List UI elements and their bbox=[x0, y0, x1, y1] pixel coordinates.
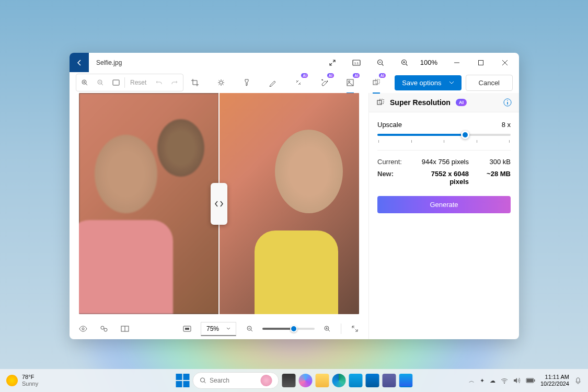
filter-tool[interactable] bbox=[239, 75, 254, 90]
current-label: Current: bbox=[377, 158, 414, 166]
fullscreen-icon[interactable] bbox=[348, 321, 362, 336]
edit-toolbar: Reset AI AI AI AI Save options Cancel bbox=[70, 72, 519, 93]
retouch-tool[interactable]: AI bbox=[291, 75, 306, 90]
copilot-icon[interactable] bbox=[298, 374, 312, 387]
split-view-icon[interactable] bbox=[118, 321, 132, 336]
info-icon[interactable] bbox=[503, 98, 512, 107]
task-view-icon[interactable] bbox=[282, 374, 295, 387]
fit-screen-icon[interactable] bbox=[180, 321, 194, 336]
current-dimensions: 944x 756 pixels bbox=[414, 158, 479, 166]
search-highlight-icon bbox=[260, 375, 272, 386]
svg-point-8 bbox=[220, 81, 223, 84]
time: 11:11 AM bbox=[540, 374, 569, 381]
edge-icon[interactable] bbox=[332, 374, 345, 387]
new-size: ~28 MB bbox=[479, 170, 511, 186]
image-before bbox=[79, 93, 219, 314]
resolution-icon bbox=[376, 98, 385, 107]
photos-icon[interactable] bbox=[399, 374, 412, 387]
start-button[interactable] bbox=[176, 374, 189, 387]
file-title: Selfie.jpg bbox=[89, 59, 122, 66]
copilot-tray-icon[interactable]: ✦ bbox=[480, 377, 485, 384]
wifi-icon[interactable] bbox=[501, 378, 508, 384]
undo-button[interactable] bbox=[152, 75, 166, 90]
zoom-out-tool[interactable] bbox=[93, 75, 108, 90]
aspect-tool[interactable] bbox=[109, 75, 123, 90]
markup-tool[interactable] bbox=[266, 75, 280, 90]
crop-tool[interactable] bbox=[188, 75, 202, 90]
zoom-in-icon[interactable] bbox=[396, 54, 413, 71]
upscale-value: 8 x bbox=[502, 121, 511, 129]
svg-point-24 bbox=[200, 378, 204, 382]
save-options-button[interactable]: Save options bbox=[395, 75, 461, 90]
ai-badge: AI bbox=[456, 99, 467, 106]
upscale-label: Upscale bbox=[377, 121, 402, 129]
background-tool[interactable]: AI bbox=[343, 75, 358, 90]
outlook-icon[interactable] bbox=[365, 374, 379, 387]
sun-icon bbox=[6, 375, 18, 386]
zoom-level-label: 100% bbox=[420, 59, 437, 66]
svg-text:1:1: 1:1 bbox=[354, 61, 359, 64]
compare-handle[interactable] bbox=[211, 183, 227, 225]
clock[interactable]: 11:11 AM 10/22/2024 bbox=[540, 374, 569, 387]
svg-point-10 bbox=[349, 81, 350, 83]
adjust-tool[interactable] bbox=[214, 75, 228, 90]
zoom-slider[interactable] bbox=[262, 328, 315, 330]
explorer-icon[interactable] bbox=[315, 374, 329, 387]
svg-rect-28 bbox=[534, 379, 535, 382]
taskbar: 78°F Sunny ︿ ✦ ☁ 11:11 AM 10/22/2024 bbox=[0, 369, 588, 392]
canvas-bottom-bar: 75% bbox=[70, 318, 368, 339]
temperature: 78°F bbox=[22, 374, 38, 381]
compare-toggle-icon[interactable] bbox=[97, 321, 111, 336]
cancel-button[interactable]: Cancel bbox=[466, 75, 513, 91]
super-resolution-tool[interactable]: AI bbox=[369, 75, 384, 90]
reset-button[interactable]: Reset bbox=[126, 79, 151, 86]
maximize-button[interactable] bbox=[469, 54, 493, 71]
taskbar-search[interactable] bbox=[192, 372, 279, 389]
notifications-icon[interactable] bbox=[574, 377, 582, 384]
titlebar: Selfie.jpg 1:1 100% bbox=[70, 53, 519, 72]
svg-rect-7 bbox=[113, 80, 119, 85]
generate-button[interactable]: Generate bbox=[377, 196, 511, 213]
date: 10/22/2024 bbox=[540, 381, 569, 387]
svg-point-14 bbox=[101, 326, 104, 329]
current-size: 300 kB bbox=[479, 158, 511, 166]
ai-badge: AI bbox=[301, 73, 308, 78]
svg-rect-4 bbox=[479, 60, 483, 65]
view-toggle-icon[interactable] bbox=[76, 321, 90, 336]
zoom-in-tool[interactable] bbox=[77, 75, 92, 90]
close-button[interactable] bbox=[493, 54, 517, 71]
new-dimensions: 7552 x 6048 pixels bbox=[414, 170, 479, 186]
store-icon[interactable] bbox=[349, 374, 362, 387]
teams-icon[interactable] bbox=[382, 374, 396, 387]
ai-badge: AI bbox=[379, 73, 386, 78]
zoom-in-button[interactable] bbox=[320, 321, 335, 336]
panel-title: Super Resolution bbox=[390, 98, 451, 107]
battery-icon[interactable] bbox=[526, 378, 535, 383]
search-input[interactable] bbox=[210, 377, 257, 384]
photos-app-window: Selfie.jpg 1:1 100% Reset bbox=[70, 53, 519, 339]
zoom-dropdown[interactable]: 75% bbox=[201, 322, 236, 336]
fit-icon[interactable]: 1:1 bbox=[348, 54, 365, 71]
expand-icon[interactable] bbox=[324, 54, 341, 71]
upscale-slider[interactable] bbox=[377, 134, 511, 136]
onedrive-icon[interactable]: ☁ bbox=[490, 377, 495, 384]
svg-point-13 bbox=[82, 328, 84, 330]
svg-point-15 bbox=[104, 328, 107, 331]
erase-tool[interactable]: AI bbox=[317, 75, 332, 90]
zoom-out-button[interactable] bbox=[243, 321, 257, 336]
weather-condition: Sunny bbox=[22, 381, 38, 387]
weather-widget[interactable]: 78°F Sunny bbox=[6, 374, 38, 387]
search-icon bbox=[199, 377, 206, 384]
image-compare-view[interactable] bbox=[79, 93, 359, 314]
volume-icon[interactable] bbox=[513, 377, 521, 384]
ai-badge: AI bbox=[327, 73, 334, 78]
new-label: New: bbox=[377, 170, 414, 186]
svg-rect-27 bbox=[527, 379, 533, 382]
back-button[interactable] bbox=[70, 53, 89, 72]
svg-rect-18 bbox=[185, 328, 189, 330]
chevron-up-icon[interactable]: ︿ bbox=[469, 377, 475, 385]
minimize-button[interactable] bbox=[445, 54, 469, 71]
redo-button[interactable] bbox=[167, 75, 182, 90]
ai-badge: AI bbox=[353, 73, 360, 78]
zoom-out-icon[interactable] bbox=[372, 54, 389, 71]
